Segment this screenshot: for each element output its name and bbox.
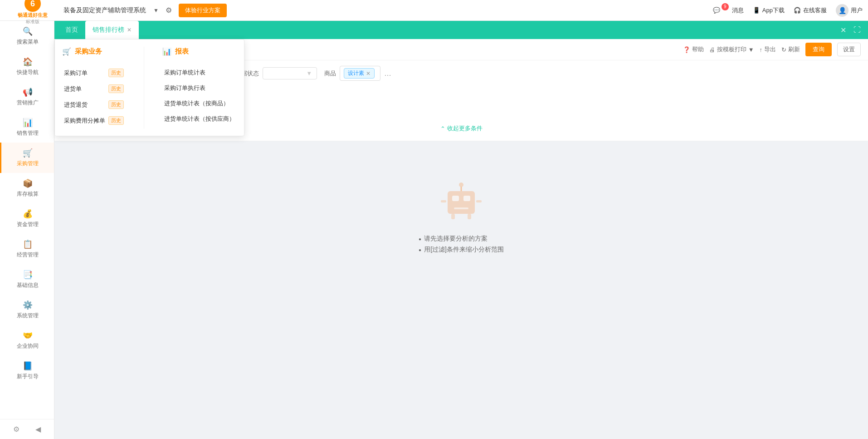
empty-tip-2: 用[过滤]条件来缩小分析范围 bbox=[419, 246, 504, 254]
print-template-label: 按模板打印 bbox=[717, 45, 746, 54]
system-dropdown-icon[interactable]: ▼ bbox=[153, 7, 159, 14]
purchase-order-hist: 历史 bbox=[108, 69, 124, 77]
tab-close-icon[interactable]: ✕ bbox=[127, 27, 132, 33]
product-tag: 设计素 ✕ bbox=[344, 68, 375, 79]
sidebar-item-quick-nav[interactable]: 🏠 快捷导航 bbox=[0, 51, 54, 82]
expense-split-hist: 历史 bbox=[108, 116, 124, 125]
reports-section-title: 📊 报表 bbox=[162, 47, 237, 59]
dropdown-item-expense-split[interactable]: 采购费用分摊单 历史 bbox=[62, 113, 126, 128]
refresh-btn[interactable]: ↻ 刷新 bbox=[781, 45, 800, 54]
stock-in-hist: 历史 bbox=[108, 84, 124, 93]
sidebar-item-system[interactable]: ⚙️ 系统管理 bbox=[0, 295, 54, 325]
tab-home-label: 首页 bbox=[65, 26, 78, 34]
dropdown-item-purchase-order[interactable]: 采购订单 历史 bbox=[62, 65, 126, 81]
tab-sales-rank-label: 销售排行榜 bbox=[93, 26, 124, 34]
stock-return-hist: 历史 bbox=[108, 100, 124, 109]
svg-rect-2 bbox=[463, 196, 470, 201]
query-btn[interactable]: 查询 bbox=[805, 43, 832, 56]
settings-btn[interactable]: 设置 bbox=[837, 43, 861, 56]
empty-tip-1: 请先选择要分析的方案 bbox=[419, 235, 504, 243]
product-tag-text: 设计素 bbox=[348, 69, 364, 77]
svg-rect-1 bbox=[452, 196, 459, 201]
order-status-select[interactable]: ▼ bbox=[263, 67, 317, 79]
cooperation-icon: 🤝 bbox=[23, 330, 33, 340]
topbar: 6 畅通逍好生意 标准版 装备及固定资产辅助管理系统 ▼ ⚙ 体验行业方案 💬 … bbox=[0, 0, 868, 21]
sidebar-item-sales[interactable]: 📊 销售管理 bbox=[0, 112, 54, 143]
svg-rect-3 bbox=[454, 207, 468, 209]
sidebar-item-operations[interactable]: 📋 经营管理 bbox=[0, 234, 54, 264]
messages-action[interactable]: 💬 9 消息 bbox=[713, 6, 744, 15]
product-label: 商品 bbox=[324, 69, 336, 78]
filter-collapse-label: 收起更多条件 bbox=[447, 124, 483, 133]
tabbar-expand-icon[interactable]: ⛶ bbox=[850, 24, 864, 36]
sidebar-label-guide: 新手引导 bbox=[17, 373, 39, 380]
sidebar-item-finance[interactable]: 💰 资金管理 bbox=[0, 203, 54, 234]
system-name: 装备及固定资产辅助管理系统 bbox=[60, 5, 150, 16]
product-tag-remove[interactable]: ✕ bbox=[366, 70, 371, 77]
purchase-order-exec-label: 采购订单执行表 bbox=[164, 84, 205, 92]
user-action[interactable]: 👤 用户 bbox=[836, 4, 863, 17]
svg-rect-7 bbox=[476, 200, 482, 202]
purchase-section-title: 🛒 采购业务 bbox=[62, 47, 126, 59]
sidebar-item-basic-info[interactable]: 📑 基础信息 bbox=[0, 264, 54, 295]
export-btn[interactable]: ↑ 导出 bbox=[760, 45, 776, 54]
phone-icon: 📱 bbox=[753, 7, 760, 14]
purchase-order-stats-label: 采购订单统计表 bbox=[164, 69, 205, 77]
sidebar-bottom: ⚙ ◀ bbox=[0, 419, 54, 439]
export-icon: ↑ bbox=[760, 46, 763, 53]
purchase-dropdown-menu: 🛒 采购业务 采购订单 历史 进货单 历史 进货退货 历史 采购费用分摊单 历史… bbox=[54, 39, 244, 136]
sidebar-label-system: 系统管理 bbox=[17, 312, 39, 320]
dropdown-item-stock-in-stats-product[interactable]: 进货单统计表（按商品） bbox=[162, 96, 237, 111]
online-service-action[interactable]: 🎧 在线客服 bbox=[794, 6, 827, 15]
refresh-icon: ↻ bbox=[781, 46, 786, 53]
sidebar-item-search[interactable]: 🔍 搜索菜单 bbox=[0, 21, 54, 51]
tab-sales-rank[interactable]: 销售排行榜 ✕ bbox=[85, 21, 139, 39]
empty-tips: 请先选择要分析的方案 用[过滤]条件来缩小分析范围 bbox=[419, 232, 504, 256]
dropdown-item-purchase-order-stats[interactable]: 采购订单统计表 bbox=[162, 65, 237, 80]
logo-app-name: 畅通逍好生意 bbox=[18, 12, 48, 19]
print-template-btn[interactable]: 🖨 按模板打印 ▼ bbox=[709, 45, 754, 54]
dropdown-item-stock-in[interactable]: 进货单 历史 bbox=[62, 81, 126, 97]
message-icon: 💬 bbox=[713, 7, 720, 14]
refresh-label: 刷新 bbox=[788, 45, 800, 54]
sidebar-item-inventory[interactable]: 📦 库存核算 bbox=[0, 173, 54, 203]
reports-section-icon: 📊 bbox=[162, 47, 171, 56]
sidebar-label-cooperation: 企业协同 bbox=[17, 342, 39, 350]
headset-icon: 🎧 bbox=[794, 7, 801, 14]
chevron-up-icon: ⌃ bbox=[440, 125, 445, 132]
app-download-action[interactable]: 📱 App下载 bbox=[753, 6, 785, 15]
sidebar-item-purchase[interactable]: 🛒 采购管理 bbox=[0, 143, 54, 173]
help-label: 帮助 bbox=[692, 45, 704, 54]
sidebar-item-marketing[interactable]: 📢 营销推广 bbox=[0, 82, 54, 112]
industry-btn[interactable]: 体验行业方案 bbox=[179, 4, 227, 17]
logo-area: 6 畅通逍好生意 标准版 bbox=[5, 0, 60, 25]
settings-icon[interactable]: ⚙ bbox=[162, 4, 175, 17]
sidebar-item-guide[interactable]: 📘 新手引导 bbox=[0, 355, 54, 386]
sidebar-label-operations: 经营管理 bbox=[17, 251, 39, 259]
dropdown-item-stock-in-stats-supplier[interactable]: 进货单统计表（按供应商） bbox=[162, 111, 237, 127]
purchase-section-icon: 🛒 bbox=[62, 47, 71, 56]
dropdown-purchase-section: 🛒 采购业务 采购订单 历史 进货单 历史 进货退货 历史 采购费用分摊单 历史 bbox=[62, 47, 126, 128]
purchase-section-label: 采购业务 bbox=[75, 47, 102, 56]
sidebar-item-cooperation[interactable]: 🤝 企业协同 bbox=[0, 325, 54, 355]
sidebar-label-inventory: 库存核算 bbox=[17, 190, 39, 198]
sidebar-label-marketing: 营销推广 bbox=[17, 99, 39, 107]
online-service-label: 在线客服 bbox=[803, 6, 827, 15]
sidebar-settings-btn[interactable]: ⚙ bbox=[13, 425, 20, 434]
sidebar-collapse-btn[interactable]: ◀ bbox=[35, 425, 41, 434]
sales-icon: 📊 bbox=[23, 118, 33, 128]
sidebar-label-search: 搜索菜单 bbox=[17, 38, 39, 46]
operations-icon: 📋 bbox=[23, 239, 33, 249]
product-filter: 商品 设计素 ✕ … bbox=[324, 66, 391, 81]
empty-state: 请先选择要分析的方案 用[过滤]条件来缩小分析范围 bbox=[54, 141, 868, 293]
dropdown-item-purchase-order-exec[interactable]: 采购订单执行表 bbox=[162, 80, 237, 96]
sidebar-label-sales: 销售管理 bbox=[17, 129, 39, 137]
product-more-icon[interactable]: … bbox=[384, 69, 391, 78]
dropdown-item-stock-return[interactable]: 进货退货 历史 bbox=[62, 97, 126, 113]
tabbar-close-icon[interactable]: ✕ bbox=[837, 24, 850, 36]
help-icon: ❓ bbox=[683, 46, 690, 53]
help-btn[interactable]: ❓ 帮助 bbox=[683, 45, 704, 54]
messages-label: 消息 bbox=[732, 6, 744, 15]
dropdown-reports-section: 📊 报表 采购订单统计表 采购订单执行表 进货单统计表（按商品） 进货单统计表（… bbox=[162, 47, 237, 128]
tab-home[interactable]: 首页 bbox=[58, 21, 85, 39]
